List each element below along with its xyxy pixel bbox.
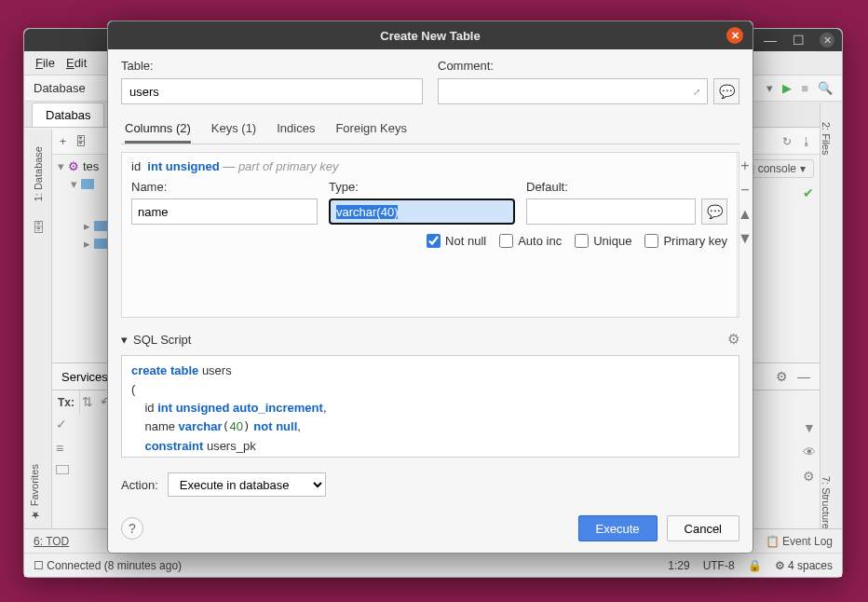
left-label-database[interactable]: 1: Database (33, 146, 44, 201)
bottom-todo[interactable]: 6: TOD (34, 535, 69, 548)
cancel-button[interactable]: Cancel (667, 515, 739, 541)
help-button[interactable]: ? (121, 517, 143, 540)
column-name: id (131, 159, 141, 173)
minimize-panel-icon[interactable]: — (797, 369, 810, 384)
tab-indices[interactable]: Indices (277, 121, 315, 144)
comment-label: Comment: (438, 59, 739, 73)
dialog-titlebar: Create New Table ✕ (108, 21, 753, 49)
chevron-down-icon: ▾ (121, 333, 128, 347)
status-connection: ☐ Connected (8 minutes ago) (34, 559, 182, 572)
sql-section-header[interactable]: ▾ SQL Script (121, 333, 191, 347)
sql-title-label: SQL Script (133, 333, 191, 347)
tx-label: Tx: (52, 390, 80, 415)
comment-input[interactable] (438, 78, 708, 104)
column-type: int unsigned (147, 159, 219, 173)
filter-icon[interactable]: ▼ (803, 420, 816, 435)
table-label: Table: (121, 59, 423, 73)
action-select[interactable]: Execute in database (168, 472, 326, 497)
db-toolbar-right: ↻ ⭳ (782, 135, 812, 148)
gear-icon[interactable]: ⚙ (803, 469, 816, 484)
minimize-icon[interactable]: — (764, 34, 777, 47)
existing-column-row[interactable]: id int unsigned — part of primary key (131, 157, 727, 176)
expand-icon[interactable]: ⤢ (693, 87, 700, 97)
column-default-input[interactable] (526, 198, 696, 225)
primary-key-checkbox[interactable] (644, 234, 658, 248)
execute-button[interactable]: Execute (578, 515, 658, 541)
column-name-input[interactable] (131, 198, 318, 225)
check-auto-inc[interactable]: Auto inc (499, 234, 562, 248)
close-icon[interactable]: ✕ (726, 27, 743, 44)
unique-checkbox[interactable] (575, 234, 589, 248)
columns-side-toolbar: + − ▲ ▼ (737, 153, 753, 317)
bars-icon[interactable]: ≡ (56, 441, 69, 456)
tool-tab-database[interactable]: Databas (32, 103, 104, 127)
swap-icon[interactable]: ⇅ (82, 394, 93, 409)
db-toolbar-left: + 🗄 (60, 135, 87, 148)
lock-icon[interactable]: 🔒 (748, 559, 762, 572)
column-type-input[interactable] (329, 198, 515, 225)
breadcrumb-text: Database (34, 81, 86, 95)
tab-columns[interactable]: Columns (2) (125, 121, 191, 144)
eye-icon[interactable]: 👁 (803, 445, 816, 459)
refresh-icon[interactable]: ↻ (782, 135, 792, 148)
action-label: Action: (121, 478, 158, 492)
name-field-label: Name: (131, 180, 318, 194)
db-icon[interactable]: 🗄 (32, 220, 45, 235)
editor-side-gutter: ▼ 👁 ⚙ (803, 420, 816, 484)
remove-column-icon[interactable]: − (740, 183, 749, 198)
console-label: console (758, 162, 796, 175)
tab-keys[interactable]: Keys (1) (211, 121, 256, 144)
services-tab[interactable]: Services (61, 370, 108, 384)
chevron-down-icon: ▾ (800, 162, 806, 175)
play-icon[interactable]: ▶ (782, 81, 792, 95)
toolbar-right: ▾ ▶ ■ 🔍 (766, 81, 833, 95)
status-indent[interactable]: ⚙ 4 spaces (775, 559, 833, 572)
type-field-label: Type: (329, 180, 515, 194)
table-name-input[interactable] (121, 78, 423, 104)
dialog-title: Create New Table (380, 29, 480, 43)
grid-icon[interactable] (56, 465, 69, 474)
add-icon[interactable]: + (60, 135, 66, 148)
maximize-icon[interactable]: ☐ (792, 34, 805, 47)
services-side-buttons: ✓ ≡ (56, 417, 69, 474)
right-label-files[interactable]: 2: Files (821, 122, 832, 155)
add-column-icon[interactable]: + (740, 158, 749, 173)
search-icon[interactable]: 🔍 (818, 81, 833, 95)
tab-foreign-keys[interactable]: Foreign Keys (335, 121, 407, 144)
create-table-dialog: Create New Table ✕ Table: Comment: ⤢ 💬 C… (107, 21, 753, 554)
folder-icon (81, 179, 94, 189)
dialog-tabs: Columns (2) Keys (1) Indices Foreign Key… (121, 116, 739, 144)
sql-script-box[interactable]: create table users ( id int unsigned aut… (121, 355, 739, 458)
collapse-icon[interactable]: ⭳ (801, 135, 812, 148)
window-close-icon[interactable]: ✕ (820, 33, 834, 48)
not-null-checkbox[interactable] (427, 234, 441, 248)
stop-icon: ■ (801, 81, 808, 95)
check-primary-key[interactable]: Primary key (644, 234, 727, 248)
check-icon: ✔ (803, 185, 814, 200)
move-down-icon[interactable]: ▼ (738, 231, 753, 246)
column-meta: — part of primary key (223, 159, 338, 173)
move-up-icon[interactable]: ▲ (738, 207, 753, 222)
status-position: 1:29 (668, 559, 689, 572)
default-field-label: Default: (526, 180, 727, 194)
menu-file[interactable]: File (32, 54, 59, 72)
check-unique[interactable]: Unique (575, 234, 631, 248)
check-icon[interactable]: ✓ (56, 417, 69, 431)
check-not-null[interactable]: Not null (427, 234, 486, 248)
menu-edit[interactable]: Edit (62, 54, 90, 72)
default-chat-button[interactable]: 💬 (701, 198, 727, 225)
gear-icon[interactable]: ⚙ (776, 369, 788, 384)
folder-icon (94, 239, 107, 249)
status-encoding[interactable]: UTF-8 (703, 559, 735, 572)
ide-statusbar: ☐ Connected (8 minutes ago) 1:29 UTF-8 🔒… (24, 553, 842, 577)
auto-inc-checkbox[interactable] (499, 234, 513, 248)
ide-right-gutter: 2: Files 7: Structure (820, 103, 842, 549)
favorites-label[interactable]: ★ Favorites (28, 464, 40, 521)
dropdown-icon[interactable]: ▾ (766, 81, 773, 95)
bottom-eventlog[interactable]: 📋 Event Log (766, 535, 833, 548)
gear-icon[interactable]: ⚙ (727, 331, 739, 348)
db-icon-2[interactable]: 🗄 (75, 135, 87, 148)
right-label-structure[interactable]: 7: Structure (821, 476, 832, 529)
tree-root-label: tes (83, 159, 99, 173)
comment-chat-button[interactable]: 💬 (713, 78, 739, 104)
